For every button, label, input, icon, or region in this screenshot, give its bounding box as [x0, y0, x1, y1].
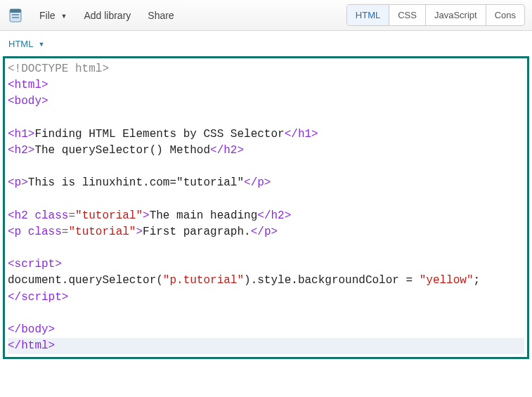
code-text: <!DOCTYPE html>: [8, 63, 109, 75]
code-text: ;: [474, 274, 481, 287]
code-text: </h2>: [210, 144, 244, 157]
code-text: "tutorial": [75, 209, 143, 222]
code-text: class: [28, 209, 69, 222]
code-text: >: [136, 226, 143, 238]
file-menu[interactable]: File ▼: [32, 6, 74, 25]
code-editor[interactable]: <!DOCTYPE html> <html> <body> <h1>Findin…: [3, 56, 529, 359]
tab-console[interactable]: Cons: [486, 5, 524, 25]
code-text: "p.tutorial": [163, 274, 244, 287]
code-text: </p>: [244, 176, 271, 189]
code-text: <h2: [8, 209, 28, 222]
code-text: =: [68, 209, 75, 222]
add-library-button[interactable]: Add library: [77, 6, 138, 25]
code-text: document.querySelector(: [8, 274, 163, 287]
code-text: <script>: [8, 258, 62, 271]
code-text: "tutorial": [68, 226, 136, 238]
code-text: <h1>: [8, 128, 34, 141]
panel-tabs: HTML CSS JavaScript Cons: [346, 4, 525, 26]
tab-javascript[interactable]: JavaScript: [426, 5, 486, 25]
svg-rect-3: [12, 17, 19, 18]
language-label: HTML: [8, 39, 33, 49]
code-text: First paragraph.: [143, 226, 251, 238]
tab-html[interactable]: HTML: [347, 5, 389, 25]
code-text: <body>: [8, 95, 48, 108]
main-toolbar: File ▼ Add library Share HTML CSS JavaSc…: [0, 0, 532, 31]
code-text: =: [62, 226, 69, 238]
code-text: <html>: [8, 79, 48, 91]
panel-subbar: HTML ▼: [0, 31, 532, 56]
code-text: <h2>: [8, 144, 34, 157]
file-menu-label: File: [39, 10, 56, 21]
code-text: <p>: [8, 176, 28, 189]
code-text: </body>: [8, 323, 55, 336]
code-text: The main heading: [150, 209, 258, 222]
code-text: <p: [8, 226, 21, 238]
share-button[interactable]: Share: [141, 6, 181, 25]
chevron-down-icon: ▼: [39, 41, 45, 48]
chevron-down-icon: ▼: [60, 13, 67, 20]
code-text: >: [143, 209, 150, 222]
code-text: This is linuxhint.com="tutorial": [28, 176, 244, 189]
code-text: ).style.backgroundColor =: [244, 274, 420, 287]
code-text: </p>: [251, 226, 278, 238]
language-dropdown[interactable]: HTML ▼: [8, 39, 44, 49]
code-text: </h1>: [285, 128, 318, 141]
code-text: The querySelector() Method: [34, 144, 210, 157]
code-text: Finding HTML Elements by CSS Selector: [34, 128, 284, 141]
code-text: </script>: [8, 291, 68, 304]
jsbin-logo-icon: [7, 7, 24, 24]
code-text: </h2>: [257, 209, 291, 222]
code-text: </html>: [8, 339, 55, 352]
code-text: class: [21, 226, 62, 238]
tab-css[interactable]: CSS: [389, 5, 426, 25]
svg-rect-1: [10, 9, 21, 13]
code-text: "yellow": [420, 274, 474, 287]
svg-rect-2: [12, 14, 19, 15]
